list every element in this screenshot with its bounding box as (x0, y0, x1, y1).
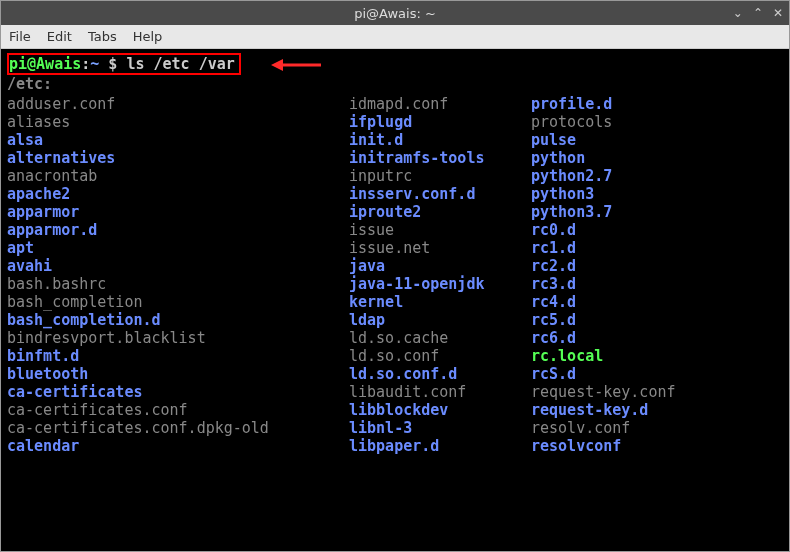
file-entry: calendar (7, 437, 349, 455)
window-controls: ⌄ ⌃ ✕ (733, 6, 783, 20)
menubar: File Edit Tabs Help (1, 25, 789, 49)
file-entry: anacrontab (7, 167, 349, 185)
file-entry: issue.net (349, 239, 531, 257)
file-entry: rc1.d (531, 239, 783, 257)
file-entry: python3 (531, 185, 783, 203)
prompt-userhost: pi@Awais (9, 55, 81, 73)
file-entry: apache2 (7, 185, 349, 203)
terminal-window: pi@Awais: ~ ⌄ ⌃ ✕ File Edit Tabs Help pi… (0, 0, 790, 552)
file-entry: kernel (349, 293, 531, 311)
file-entry: idmapd.conf (349, 95, 531, 113)
menu-help[interactable]: Help (133, 29, 163, 44)
file-entry: ld.so.conf (349, 347, 531, 365)
ls-column-3: profile.dprotocolspulsepythonpython2.7py… (531, 95, 783, 455)
file-entry: rc.local (531, 347, 783, 365)
file-entry: ldap (349, 311, 531, 329)
file-entry: resolv.conf (531, 419, 783, 437)
maximize-button[interactable]: ⌃ (753, 6, 763, 20)
file-entry: ld.so.cache (349, 329, 531, 347)
file-entry: rc6.d (531, 329, 783, 347)
file-entry: aliases (7, 113, 349, 131)
file-entry: rc0.d (531, 221, 783, 239)
file-entry: binfmt.d (7, 347, 349, 365)
close-button[interactable]: ✕ (773, 6, 783, 20)
file-entry: rcS.d (531, 365, 783, 383)
prompt-cwd: ~ (90, 55, 99, 73)
file-entry: request-key.conf (531, 383, 783, 401)
file-entry: java (349, 257, 531, 275)
file-entry: rc3.d (531, 275, 783, 293)
file-entry: iproute2 (349, 203, 531, 221)
file-entry: rc4.d (531, 293, 783, 311)
window-title: pi@Awais: ~ (354, 6, 436, 21)
file-entry: bindresvport.blacklist (7, 329, 349, 347)
file-entry: profile.d (531, 95, 783, 113)
file-entry: apt (7, 239, 349, 257)
file-entry: alsa (7, 131, 349, 149)
file-entry: rc2.d (531, 257, 783, 275)
file-entry: bash_completion.d (7, 311, 349, 329)
file-entry: bash_completion (7, 293, 349, 311)
menu-edit[interactable]: Edit (47, 29, 72, 44)
prompt-colon: : (81, 55, 90, 73)
file-entry: initramfs-tools (349, 149, 531, 167)
file-entry: avahi (7, 257, 349, 275)
prompt-sigil: $ (99, 55, 126, 73)
file-entry: apparmor.d (7, 221, 349, 239)
file-entry: ld.so.conf.d (349, 365, 531, 383)
file-entry: libnl-3 (349, 419, 531, 437)
file-entry: rc5.d (531, 311, 783, 329)
file-entry: ca-certificates.conf.dpkg-old (7, 419, 349, 437)
minimize-button[interactable]: ⌄ (733, 6, 743, 20)
prompt-highlight-box: pi@Awais:~ $ ls /etc /var (7, 53, 241, 75)
terminal-body[interactable]: pi@Awais:~ $ ls /etc /var /etc: adduser.… (1, 49, 789, 551)
file-entry: init.d (349, 131, 531, 149)
titlebar: pi@Awais: ~ ⌄ ⌃ ✕ (1, 1, 789, 25)
ls-output: adduser.confaliasesalsaalternativesanacr… (7, 95, 783, 455)
file-entry: ifplugd (349, 113, 531, 131)
file-entry: ca-certificates.conf (7, 401, 349, 419)
file-entry: insserv.conf.d (349, 185, 531, 203)
file-entry: issue (349, 221, 531, 239)
prompt-command: ls /etc /var (126, 55, 234, 73)
ls-column-2: idmapd.confifplugdinit.dinitramfs-toolsi… (349, 95, 531, 455)
file-entry: resolvconf (531, 437, 783, 455)
file-entry: adduser.conf (7, 95, 349, 113)
ls-column-1: adduser.confaliasesalsaalternativesanacr… (7, 95, 349, 455)
menu-tabs[interactable]: Tabs (88, 29, 117, 44)
file-entry: java-11-openjdk (349, 275, 531, 293)
file-entry: python (531, 149, 783, 167)
menu-file[interactable]: File (9, 29, 31, 44)
file-entry: python3.7 (531, 203, 783, 221)
file-entry: alternatives (7, 149, 349, 167)
file-entry: libaudit.conf (349, 383, 531, 401)
file-entry: inputrc (349, 167, 531, 185)
file-entry: pulse (531, 131, 783, 149)
file-entry: protocols (531, 113, 783, 131)
file-entry: bash.bashrc (7, 275, 349, 293)
file-entry: ca-certificates (7, 383, 349, 401)
file-entry: request-key.d (531, 401, 783, 419)
file-entry: libpaper.d (349, 437, 531, 455)
file-entry: apparmor (7, 203, 349, 221)
file-entry: bluetooth (7, 365, 349, 383)
file-entry: python2.7 (531, 167, 783, 185)
ls-section-header: /etc: (7, 75, 783, 93)
file-entry: libblockdev (349, 401, 531, 419)
